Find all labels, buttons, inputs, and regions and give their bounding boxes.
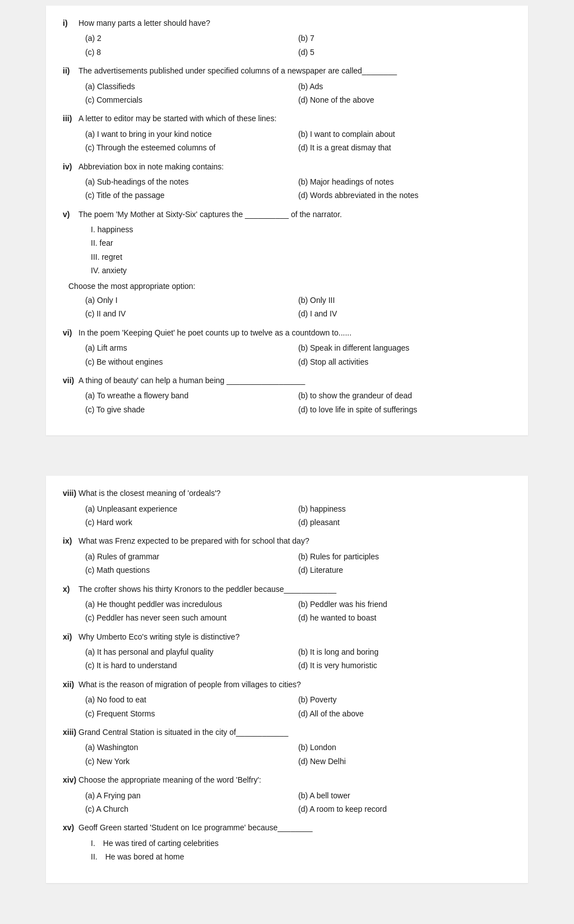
q-num-x: x) [63, 583, 78, 595]
page-container: i) How many parts a letter should have? … [0, 0, 574, 924]
option-xiii-b: (b) London [298, 741, 511, 754]
option-i-b: (b) 7 [298, 31, 511, 45]
q-x-options: (a) He thought peddler was incredulous (… [85, 597, 511, 625]
q-xv-list: I. He was tired of carting celebrities I… [91, 836, 511, 864]
option-x-c: (c) Peddler has never seen such amount [85, 611, 298, 624]
section-2: viii) What is the closest meaning of 'or… [46, 476, 528, 882]
q-num-ii: ii) [63, 65, 78, 77]
q-xiv-options: (a) A Frying pan (b) A bell tower (c) A … [85, 789, 511, 816]
q-xi-options: (a) It has personal and playful quality … [85, 645, 511, 673]
v-opt-d: (d) I and IV [298, 307, 511, 320]
option-iv-c: (c) Title of the passage [85, 189, 298, 202]
q-text-xiii: Grand Central Station is situated in the… [78, 726, 511, 738]
q-num-xv: xv) [63, 821, 78, 834]
option-xii-c: (c) Frequent Storms [85, 707, 298, 720]
q-xiii-options: (a) Washington (b) London (c) New York (… [85, 741, 511, 768]
v-list-2: II. fear [91, 236, 511, 250]
section-1: i) How many parts a letter should have? … [46, 6, 528, 435]
option-xiv-c: (c) A Church [85, 802, 298, 816]
q-num-vi: vi) [63, 327, 78, 339]
option-xii-d: (d) All of the above [298, 707, 511, 720]
option-x-d: (d) he wanted to boast [298, 611, 511, 624]
option-xi-d: (d) It is very humoristic [298, 659, 511, 672]
option-vi-b: (b) Speak in different languages [298, 341, 511, 355]
option-xii-b: (b) Poverty [298, 693, 511, 706]
q-num-ix: ix) [63, 535, 78, 547]
q-iv-options: (a) Sub-headings of the notes (b) Major … [85, 175, 511, 203]
option-x-b: (b) Peddler was his friend [298, 597, 511, 611]
option-i-a: (a) 2 [85, 31, 298, 45]
q-num-xiii: xiii) [63, 726, 78, 738]
option-vi-d: (d) Stop all activities [298, 355, 511, 369]
q-text-i: How many parts a letter should have? [78, 17, 511, 29]
q-text-viii: What is the closest meaning of 'ordeals'… [78, 487, 511, 499]
q-text-xv: Geoff Green started 'Student on Ice prog… [78, 821, 511, 834]
q-vi-options: (a) Lift arms (b) Speak in different lan… [85, 341, 511, 369]
question-ix: ix) What was Frenz expected to be prepar… [63, 535, 511, 577]
question-xv: xv) Geoff Green started 'Student on Ice … [63, 821, 511, 863]
q-text-v: The poem 'My Mother at Sixty-Six' captur… [78, 208, 511, 220]
option-vii-c: (c) To give shade [85, 403, 298, 416]
xv-list-2: II. He was bored at home [91, 850, 511, 863]
option-ii-b: (b) Ads [298, 80, 511, 93]
option-iv-d: (d) Words abbreviated in the notes [298, 189, 511, 202]
q-num-iv: iv) [63, 160, 78, 173]
q-v-list: I. happiness II. fear III. regret IV. an… [91, 223, 511, 278]
option-ix-c: (c) Math questions [85, 563, 298, 577]
v-opt-b: (b) Only III [298, 293, 511, 307]
option-i-c: (c) 8 [85, 45, 298, 59]
option-iv-a: (a) Sub-headings of the notes [85, 175, 298, 189]
q-text-iv: Abbreviation box in note making contains… [78, 160, 511, 173]
v-opt-c: (c) II and IV [85, 307, 298, 320]
q-num-xi: xi) [63, 631, 78, 643]
question-vi: vi) In the poem 'Keeping Quiet' he poet … [63, 327, 511, 369]
v-list-4: IV. anxiety [91, 264, 511, 277]
question-x: x) The crofter shows his thirty Kronors … [63, 583, 511, 625]
option-vii-d: (d) to love life in spite of sufferings [298, 403, 511, 416]
option-xi-b: (b) It is long and boring [298, 645, 511, 659]
option-x-a: (a) He thought peddler was incredulous [85, 597, 298, 611]
option-ix-a: (a) Rules of grammar [85, 550, 298, 563]
q-i-options: (a) 2 (b) 7 (c) 8 (d) 5 [85, 31, 511, 59]
option-iv-b: (b) Major headings of notes [298, 175, 511, 189]
q-text-x: The crofter shows his thirty Kronors to … [78, 583, 511, 595]
q-text-vi: In the poem 'Keeping Quiet' he poet coun… [78, 327, 511, 339]
v-opt-a: (a) Only I [85, 293, 298, 307]
v-list-1: I. happiness [91, 223, 511, 236]
option-xi-a: (a) It has personal and playful quality [85, 645, 298, 659]
choose-label: Choose the most appropriate option: [68, 280, 511, 292]
q-num-xiv: xiv) [63, 774, 78, 786]
q-text-ix: What was Frenz expected to be prepared w… [78, 535, 511, 547]
q-viii-options: (a) Unpleasant experience (b) happiness … [85, 502, 511, 530]
option-viii-b: (b) happiness [298, 502, 511, 516]
question-ii: ii) The advertisements published under s… [63, 65, 511, 107]
q-vii-options: (a) To wreathe a flowery band (b) to sho… [85, 389, 511, 416]
option-viii-d: (d) pleasant [298, 516, 511, 529]
option-iii-c: (c) Through the esteemed columns of [85, 141, 298, 154]
option-vi-c: (c) Be without engines [85, 355, 298, 369]
question-v: v) The poem 'My Mother at Sixty-Six' cap… [63, 208, 511, 321]
option-ii-d: (d) None of the above [298, 93, 511, 107]
section-gap [46, 442, 528, 476]
option-xiii-c: (c) New York [85, 755, 298, 768]
q-num-xii: xii) [63, 678, 78, 691]
option-iii-a: (a) I want to bring in your kind notice [85, 127, 298, 141]
option-viii-a: (a) Unpleasant experience [85, 502, 298, 516]
q-v-choose-options: (a) Only I (b) Only III (c) II and IV (d… [85, 293, 511, 321]
option-vi-a: (a) Lift arms [85, 341, 298, 355]
q-text-iii: A letter to editor may be started with w… [78, 112, 511, 125]
question-i: i) How many parts a letter should have? … [63, 17, 511, 59]
option-xiv-d: (d) A room to keep record [298, 802, 511, 816]
option-vii-a: (a) To wreathe a flowery band [85, 389, 298, 402]
option-ix-d: (d) Literature [298, 563, 511, 577]
question-xiv: xiv) Choose the appropriate meaning of t… [63, 774, 511, 816]
option-xiii-a: (a) Washington [85, 741, 298, 754]
question-xiii: xiii) Grand Central Station is situated … [63, 726, 511, 768]
q-num-i: i) [63, 17, 78, 29]
question-xii: xii) What is the reason of migration of … [63, 678, 511, 720]
option-xiv-a: (a) A Frying pan [85, 789, 298, 802]
q-text-xi: Why Umberto Eco's writing style is disti… [78, 631, 511, 643]
q-num-viii: viii) [63, 487, 78, 499]
q-text-vii: A thing of beauty' can help a human bein… [78, 374, 511, 387]
v-list-3: III. regret [91, 250, 511, 264]
